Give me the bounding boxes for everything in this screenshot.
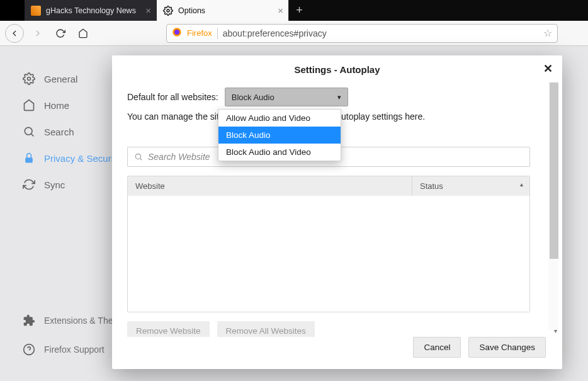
autoplay-dropdown-menu: Allow Audio and Video Block Audio Block … (218, 109, 341, 161)
svg-line-10 (140, 159, 142, 161)
dropdown-option-allow[interactable]: Allow Audio and Video (218, 110, 341, 127)
nav-toolbar: Firefox about:preferences#privacy ☆ (0, 21, 588, 46)
sync-icon (23, 178, 35, 191)
help-icon (23, 343, 35, 356)
firefox-brand-icon (172, 27, 182, 39)
table-body-empty (128, 196, 529, 312)
svg-point-4 (25, 127, 32, 135)
dropdown-option-block-audio[interactable]: Block Audio (218, 127, 341, 144)
default-for-websites-label: Default for all websites: (127, 92, 218, 102)
autoplay-settings-dialog: Settings - Autoplay ✕ ▾ Default for all … (112, 55, 562, 369)
save-changes-button[interactable]: Save Changes (468, 337, 546, 358)
column-website[interactable]: Website (128, 176, 412, 196)
dialog-body: ▾ Default for all websites: Block Audio … (112, 81, 562, 337)
search-placeholder: Search Website (148, 152, 210, 162)
default-autoplay-select[interactable]: Block Audio ▾ (225, 88, 348, 106)
dialog-title-text: Settings - Autoplay (294, 64, 380, 75)
home-button[interactable] (74, 25, 92, 42)
gear-icon (163, 6, 173, 16)
search-icon (134, 152, 143, 161)
tab-strip: gHacks Technology News × Options × + (0, 0, 588, 21)
cancel-button[interactable]: Cancel (413, 337, 461, 358)
back-button[interactable] (5, 24, 24, 43)
close-dialog-button[interactable]: ✕ (541, 62, 555, 76)
window-system-block (0, 0, 25, 21)
dialog-footer: Cancel Save Changes (112, 337, 562, 369)
new-tab-button[interactable]: + (289, 0, 310, 21)
reload-button[interactable] (52, 25, 69, 42)
manage-sites-caption: utoplay settings here. (341, 111, 425, 122)
remove-all-websites-button[interactable]: Remove All Websites (217, 321, 315, 337)
address-bar[interactable]: Firefox about:preferences#privacy ☆ (166, 24, 558, 43)
search-icon (23, 125, 35, 138)
close-tab-icon[interactable]: × (145, 5, 151, 16)
sidebar-item-label: Home (44, 100, 69, 111)
column-status[interactable]: Status ▴ (412, 176, 529, 196)
svg-point-3 (28, 77, 31, 81)
dialog-title: Settings - Autoplay ✕ (112, 55, 562, 81)
bookmark-star-icon[interactable]: ☆ (543, 27, 552, 39)
svg-point-0 (167, 9, 169, 12)
lock-icon (23, 152, 35, 164)
sidebar-item-label: Firefox Support (44, 344, 105, 355)
sidebar-item-label: General (44, 74, 77, 84)
sidebar-item-label: Sync (44, 179, 65, 190)
url-text: about:preferences#privacy (223, 28, 538, 38)
url-scheme-label: Firefox (187, 28, 212, 38)
gear-icon (23, 72, 35, 85)
puzzle-icon (23, 314, 35, 327)
home-icon (23, 99, 35, 111)
remove-website-button[interactable]: Remove Website (127, 321, 210, 337)
website-exceptions-table: Website Status ▴ (127, 176, 530, 312)
forward-button[interactable] (29, 25, 47, 42)
ghacks-favicon-icon (31, 6, 41, 16)
dropdown-option-block-both[interactable]: Block Audio and Video (218, 144, 341, 161)
select-value: Block Audio (232, 93, 274, 102)
tab-options[interactable]: Options × (157, 0, 289, 21)
chevron-down-icon: ▾ (337, 93, 341, 101)
url-divider (217, 28, 218, 39)
tab-title: gHacks Technology News (46, 6, 136, 15)
column-status-label: Status (420, 181, 443, 191)
svg-point-9 (135, 154, 140, 159)
scrollbar-down-arrow-icon[interactable]: ▾ (554, 327, 557, 334)
sidebar-item-label: Search (44, 127, 74, 137)
dialog-scrollbar-thumb[interactable] (550, 82, 558, 259)
table-header-row: Website Status ▴ (128, 176, 529, 196)
tab-ghacks[interactable]: gHacks Technology News × (25, 0, 157, 21)
close-tab-icon[interactable]: × (278, 5, 283, 16)
tab-title: Options (178, 6, 205, 15)
manage-sites-caption-lead: You can manage the sites (127, 111, 229, 122)
svg-point-2 (174, 30, 179, 35)
svg-rect-6 (25, 157, 33, 162)
svg-line-5 (31, 134, 34, 137)
sidebar-item-label: Privacy & Security (44, 153, 121, 164)
sort-indicator-icon: ▴ (520, 181, 523, 188)
